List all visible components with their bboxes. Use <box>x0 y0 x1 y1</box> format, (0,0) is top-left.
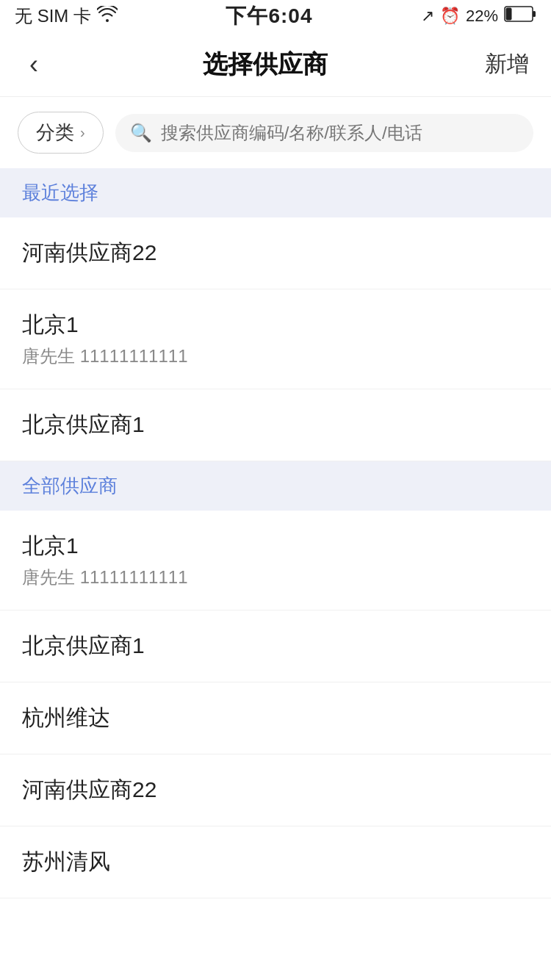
list-item[interactable]: 苏州清风 <box>0 826 551 898</box>
search-icon: 🔍 <box>130 123 152 143</box>
no-sim-label: 无 SIM 卡 <box>15 4 91 28</box>
battery-label: 22% <box>466 7 498 26</box>
list-item[interactable]: 北京供应商1 <box>0 389 551 461</box>
item-name: 北京供应商1 <box>22 410 529 440</box>
nav-bar: ‹ 选择供应商 新增 <box>0 32 551 97</box>
item-sub: 唐先生 11111111111 <box>22 566 529 589</box>
list-item[interactable]: 北京供应商1 <box>0 610 551 682</box>
item-name: 北京1 <box>22 310 529 340</box>
status-left: 无 SIM 卡 <box>15 4 118 28</box>
search-input-wrap: 🔍 <box>115 114 533 152</box>
wifi-icon <box>97 6 118 26</box>
recent-items-list: 河南供应商22 北京1 唐先生 11111111111 北京供应商1 <box>0 217 551 461</box>
chevron-right-icon: › <box>80 124 85 141</box>
svg-rect-1 <box>533 11 536 17</box>
location-icon: ↗ <box>421 7 434 26</box>
list-item[interactable]: 河南供应商22 <box>0 217 551 289</box>
add-button[interactable]: 新增 <box>485 49 529 79</box>
item-name: 北京供应商1 <box>22 631 529 661</box>
item-name: 北京1 <box>22 531 529 561</box>
search-area: 分类 › 🔍 <box>0 97 551 168</box>
alarm-icon: ⏰ <box>440 7 460 26</box>
status-bar: 无 SIM 卡 下午6:04 ↗ ⏰ 22% <box>0 0 551 32</box>
recent-section-header: 最近选择 <box>0 168 551 217</box>
search-input[interactable] <box>161 123 519 143</box>
item-name: 河南供应商22 <box>22 775 529 805</box>
list-item[interactable]: 河南供应商22 <box>0 754 551 826</box>
status-time: 下午6:04 <box>226 2 312 30</box>
status-right: ↗ ⏰ 22% <box>421 6 536 26</box>
svg-rect-2 <box>505 8 511 21</box>
list-item[interactable]: 北京1 唐先生 11111111111 <box>0 511 551 610</box>
page-title: 选择供应商 <box>203 48 328 82</box>
item-sub: 唐先生 11111111111 <box>22 345 529 368</box>
item-name: 河南供应商22 <box>22 238 529 268</box>
list-item[interactable]: 北京1 唐先生 11111111111 <box>0 289 551 389</box>
list-item[interactable]: 杭州维达 <box>0 682 551 754</box>
all-section-header: 全部供应商 <box>0 461 551 511</box>
recent-section-label: 最近选择 <box>22 181 98 203</box>
category-label: 分类 <box>36 120 74 145</box>
all-items-list: 北京1 唐先生 11111111111 北京供应商1 杭州维达 河南供应商22 … <box>0 511 551 898</box>
back-button[interactable]: ‹ <box>22 42 46 87</box>
item-name: 苏州清风 <box>22 847 529 877</box>
category-button[interactable]: 分类 › <box>18 112 104 154</box>
all-section-label: 全部供应商 <box>22 475 118 497</box>
battery-icon <box>504 6 536 26</box>
item-name: 杭州维达 <box>22 703 529 733</box>
